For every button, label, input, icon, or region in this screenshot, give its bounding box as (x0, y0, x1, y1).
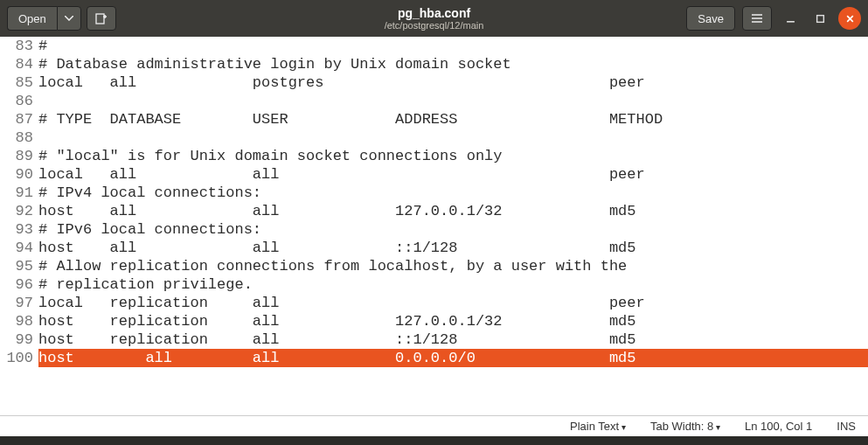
line-content[interactable]: # Allow replication connections from loc… (38, 257, 868, 275)
menu-button[interactable] (742, 6, 772, 31)
editor-line[interactable]: 91# IPv4 local connections: (0, 184, 868, 202)
syntax-mode-selector[interactable]: Plain Text (570, 420, 626, 433)
maximize-icon (816, 14, 825, 24)
statusbar: Plain Text Tab Width: 8 Ln 100, Col 1 IN… (0, 415, 868, 436)
close-window-button[interactable] (838, 7, 861, 30)
editor-line[interactable]: 97local replication all peer (0, 294, 868, 312)
editor-line[interactable]: 88 (0, 129, 868, 147)
hamburger-icon (750, 11, 764, 25)
new-tab-button[interactable] (87, 6, 116, 31)
editor-line[interactable]: 95# Allow replication connections from l… (0, 257, 868, 275)
line-number: 83 (0, 37, 38, 55)
close-icon (845, 14, 855, 24)
titlebar: Open pg_hba.conf /etc/postgresql/12/main… (0, 0, 868, 37)
line-content[interactable]: # IPv4 local connections: (38, 184, 868, 202)
editor-line[interactable]: 93# IPv6 local connections: (0, 220, 868, 239)
tab-width-selector[interactable]: Tab Width: 8 (650, 420, 720, 433)
line-content[interactable]: # Database administrative login by Unix … (38, 55, 868, 73)
line-number: 90 (0, 165, 38, 184)
line-number: 99 (0, 330, 38, 349)
document-title-block: pg_hba.conf /etc/postgresql/12/main (385, 6, 484, 31)
line-content[interactable]: local all postgres peer (38, 73, 868, 92)
line-number: 94 (0, 239, 38, 257)
line-content[interactable]: # replication privilege. (38, 275, 868, 294)
line-number: 97 (0, 294, 38, 312)
editor-line[interactable]: 98host replication all 127.0.0.1/32 md5 (0, 312, 868, 330)
document-title: pg_hba.conf (385, 6, 484, 20)
editor-line[interactable]: 89# "local" is for Unix domain socket co… (0, 147, 868, 165)
line-number: 98 (0, 312, 38, 330)
editor-line[interactable]: 90local all all peer (0, 165, 868, 184)
open-recent-dropdown-button[interactable] (57, 6, 81, 31)
text-editor[interactable]: 83#84# Database administrative login by … (0, 37, 868, 415)
line-number: 95 (0, 257, 38, 275)
line-content[interactable]: host all all ::1/128 md5 (38, 239, 868, 257)
line-content[interactable]: host replication all 127.0.0.1/32 md5 (38, 312, 868, 330)
line-number: 85 (0, 73, 38, 92)
maximize-window-button[interactable] (809, 7, 831, 30)
line-number: 89 (0, 147, 38, 165)
editor-line[interactable]: 96# replication privilege. (0, 275, 868, 294)
editor-line[interactable]: 85local all postgres peer (0, 73, 868, 92)
editor-line[interactable]: 83# (0, 37, 868, 55)
new-tab-icon (94, 11, 108, 25)
bottom-bar (0, 436, 868, 445)
line-content[interactable]: host all all 0.0.0.0/0 md5 (38, 349, 868, 367)
line-content[interactable]: host all all 127.0.0.1/32 md5 (38, 202, 868, 220)
minimize-window-button[interactable] (779, 7, 802, 30)
editor-line[interactable]: 92host all all 127.0.0.1/32 md5 (0, 202, 868, 220)
line-content[interactable]: # TYPE DATABASE USER ADDRESS METHOD (38, 110, 868, 129)
open-button[interactable]: Open (7, 6, 57, 31)
editor-line[interactable]: 87# TYPE DATABASE USER ADDRESS METHOD (0, 110, 868, 129)
open-button-group: Open (7, 6, 81, 31)
editor-line[interactable]: 86 (0, 92, 868, 110)
line-number: 93 (0, 220, 38, 239)
line-content[interactable]: # "local" is for Unix domain socket conn… (38, 147, 868, 165)
line-content[interactable] (38, 92, 868, 110)
chevron-down-icon (65, 16, 73, 21)
document-path: /etc/postgresql/12/main (385, 20, 484, 31)
line-number: 84 (0, 55, 38, 73)
line-content[interactable]: host replication all ::1/128 md5 (38, 330, 868, 349)
line-number: 96 (0, 275, 38, 294)
cursor-position: Ln 100, Col 1 (745, 420, 812, 433)
line-number: 87 (0, 110, 38, 129)
line-content[interactable]: # (38, 37, 868, 55)
save-button[interactable]: Save (686, 6, 735, 31)
svg-rect-0 (96, 14, 104, 24)
line-content[interactable]: local replication all peer (38, 294, 868, 312)
editor-line[interactable]: 84# Database administrative login by Uni… (0, 55, 868, 73)
line-number: 91 (0, 184, 38, 202)
editor-line[interactable]: 94host all all ::1/128 md5 (0, 239, 868, 257)
line-number: 88 (0, 129, 38, 147)
line-number: 86 (0, 92, 38, 110)
svg-rect-7 (816, 15, 823, 22)
editor-line[interactable]: 100host all all 0.0.0.0/0 md5 (0, 349, 868, 367)
line-content[interactable]: # IPv6 local connections: (38, 220, 868, 239)
line-number: 92 (0, 202, 38, 220)
line-content[interactable]: local all all peer (38, 165, 868, 184)
editor-line[interactable]: 99host replication all ::1/128 md5 (0, 330, 868, 349)
minimize-icon (786, 14, 795, 24)
insert-mode-indicator[interactable]: INS (837, 420, 856, 433)
line-number: 100 (0, 349, 38, 367)
line-content[interactable] (38, 129, 868, 147)
